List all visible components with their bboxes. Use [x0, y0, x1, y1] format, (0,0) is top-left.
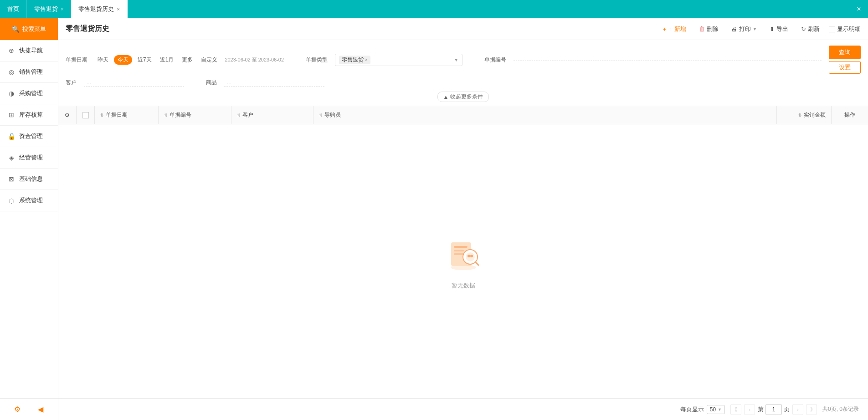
search-icon: 🔍 — [12, 26, 20, 33]
show-detail-control[interactable]: 显示明细 — [829, 25, 861, 33]
tab-home[interactable]: 首页 — [0, 0, 27, 18]
inventory-icon: ⊞ — [7, 111, 15, 119]
delete-icon: 🗑 — [699, 26, 705, 32]
th-amount-sort-icon: ⇅ — [798, 113, 802, 118]
filter-settings-button[interactable]: 设置 — [829, 61, 861, 74]
print-button[interactable]: 🖨 打印 ▼ — [728, 23, 760, 35]
query-button[interactable]: 查询 — [829, 46, 861, 59]
sidebar-item-purchase-mgmt[interactable]: ◑ 采购管理 — [0, 83, 58, 104]
page-size-label: 每页显示 — [680, 405, 704, 414]
doc-type-dropdown-icon: ▼ — [454, 57, 458, 62]
product-input[interactable]: ... — [224, 78, 324, 87]
product-filter-label: 商品 — [206, 79, 217, 87]
svg-line-7 — [475, 262, 478, 265]
show-detail-checkbox[interactable] — [829, 26, 835, 32]
prev-page-button[interactable]: ‹ — [744, 404, 755, 415]
th-customer-label: 客户 — [242, 111, 253, 119]
th-amount[interactable]: ⇅ 实销金额 — [777, 106, 832, 124]
window-close-button[interactable]: × — [850, 0, 868, 18]
date-btn-more[interactable]: 更多 — [179, 55, 195, 65]
customer-placeholder: ... — [87, 79, 91, 86]
sidebar-search[interactable]: 🔍 搜索菜单 — [0, 18, 58, 40]
delete-button[interactable]: 🗑 删除 — [695, 23, 722, 35]
doc-type-tag-close[interactable]: × — [365, 57, 368, 62]
th-number[interactable]: ⇅ 单据编号 — [159, 106, 231, 124]
sidebar-bottom: ⚙ ◀ — [0, 398, 58, 420]
tab-retail-return-close[interactable]: × — [61, 6, 63, 12]
page-input-group: 第 页 — [758, 404, 790, 415]
tab-retail-return[interactable]: 零售退货 × — [27, 0, 71, 18]
empty-text: 暂无数据 — [452, 282, 475, 290]
page-number-input[interactable] — [765, 404, 782, 415]
sidebar-item-inventory[interactable]: ⊞ 库存核算 — [0, 104, 58, 126]
th-guide[interactable]: ⇅ 导购员 — [313, 106, 777, 124]
th-guide-sort-icon: ⇅ — [319, 113, 323, 118]
purchase-mgmt-icon: ◑ — [7, 89, 15, 97]
first-page-button[interactable]: ⟪ — [730, 404, 741, 415]
sidebar-item-sales-mgmt[interactable]: ◎ 销售管理 — [0, 61, 58, 83]
date-btn-1month[interactable]: 近1月 — [157, 55, 177, 65]
date-btn-7days[interactable]: 近7天 — [135, 55, 154, 65]
doc-num-input[interactable] — [514, 59, 822, 61]
select-all-checkbox[interactable] — [82, 112, 89, 118]
sidebar-item-basic-info[interactable]: ⊠ 基础信息 — [0, 169, 58, 190]
sidebar-settings-button[interactable]: ⚙ — [10, 402, 25, 417]
page-header: 零售退货历史 ＋ + 新增 🗑 删除 🖨 打印 ▼ ⬆ 导出 — [58, 18, 868, 40]
filter-row-2: 客户 ... 商品 ... — [66, 78, 861, 87]
date-btn-yesterday[interactable]: 昨天 — [95, 55, 111, 65]
page-size-select: 每页显示 50 ▼ — [680, 405, 725, 414]
tab-retail-return-history[interactable]: 零售退货历史 × — [71, 0, 127, 18]
empty-icon — [443, 233, 484, 274]
next-page-button[interactable]: › — [792, 404, 803, 415]
sidebar-item-basic-info-label: 基础信息 — [19, 175, 43, 183]
th-date[interactable]: ⇅ 单据日期 — [95, 106, 159, 124]
th-date-label: 单据日期 — [106, 111, 128, 119]
page-size-dropdown[interactable]: 50 ▼ — [707, 405, 725, 414]
filter-area: 单据日期 昨天 今天 近7天 近1月 更多 自定义 2023-06-02 至 2… — [58, 40, 868, 106]
export-label: 导出 — [776, 25, 788, 33]
export-button[interactable]: ⬆ 导出 — [766, 23, 792, 35]
filter-row-1: 单据日期 昨天 今天 近7天 近1月 更多 自定义 2023-06-02 至 2… — [66, 46, 861, 74]
customer-input[interactable]: ... — [84, 78, 184, 87]
sidebar-item-quick-nav-label: 快捷导航 — [19, 46, 43, 55]
th-customer-sort-icon: ⇅ — [237, 113, 241, 118]
tab-home-label: 首页 — [7, 5, 19, 13]
collapse-button[interactable]: ▲ 收起更多条件 — [437, 92, 489, 102]
svg-point-8 — [467, 255, 470, 257]
quick-nav-icon: ⊕ — [7, 46, 15, 55]
print-dropdown-icon: ▼ — [753, 27, 757, 31]
th-operations-label: 操作 — [844, 111, 855, 119]
sidebar-item-ops-mgmt[interactable]: ◈ 经营管理 — [0, 147, 58, 169]
sidebar-item-quick-nav[interactable]: ⊕ 快捷导航 — [0, 40, 58, 61]
basic-info-icon: ⊠ — [7, 175, 15, 183]
new-button[interactable]: ＋ + 新增 — [658, 23, 690, 35]
doc-type-tag-text: 零售退货 — [342, 56, 364, 64]
date-filter-group: 昨天 今天 近7天 近1月 更多 自定义 2023-06-02 至 2023-0… — [95, 55, 284, 65]
sidebar-item-inventory-label: 库存核算 — [19, 111, 43, 119]
tab-retail-return-history-close[interactable]: × — [117, 6, 119, 12]
pagination-bar: 每页显示 50 ▼ ⟪ ‹ 第 页 › ⟫ 共0页, 0条记录 — [58, 398, 868, 420]
refresh-button[interactable]: ↻ 刷新 — [797, 23, 823, 35]
th-guide-label: 导购员 — [324, 111, 341, 119]
page-size-arrow: ▼ — [718, 407, 722, 412]
svg-rect-3 — [454, 250, 464, 251]
date-btn-custom[interactable]: 自定义 — [198, 55, 220, 65]
tab-list: 首页 零售退货 × 零售退货历史 × — [0, 0, 850, 18]
doc-type-tag: 零售退货 × — [339, 56, 370, 64]
sidebar-toggle-button[interactable]: ◀ — [33, 402, 48, 417]
th-settings[interactable]: ⚙ — [58, 106, 77, 124]
th-customer[interactable]: ⇅ 客户 — [231, 106, 313, 124]
sidebar-item-sales-mgmt-label: 销售管理 — [19, 68, 43, 76]
date-btn-today[interactable]: 今天 — [114, 55, 132, 65]
sidebar: 🔍 搜索菜单 ⊕ 快捷导航 ◎ 销售管理 ◑ 采购管理 ⊞ 库存核算 🔒 资金 — [0, 18, 58, 420]
date-range-display: 2023-06-02 至 2023-06-02 — [225, 56, 284, 63]
last-page-button[interactable]: ⟫ — [806, 404, 817, 415]
sidebar-item-finance-mgmt[interactable]: 🔒 资金管理 — [0, 126, 58, 147]
doc-type-select[interactable]: 零售退货 × ▼ — [335, 54, 462, 66]
th-number-sort-icon: ⇅ — [164, 113, 168, 118]
customer-filter-label: 客户 — [66, 79, 77, 87]
th-checkbox[interactable] — [77, 106, 95, 124]
date-filter-label: 单据日期 — [66, 56, 87, 64]
sidebar-item-sys-mgmt[interactable]: ◌ 系统管理 — [0, 190, 58, 211]
sidebar-menu: ⊕ 快捷导航 ◎ 销售管理 ◑ 采购管理 ⊞ 库存核算 🔒 资金管理 ◈ 经营管… — [0, 40, 58, 398]
